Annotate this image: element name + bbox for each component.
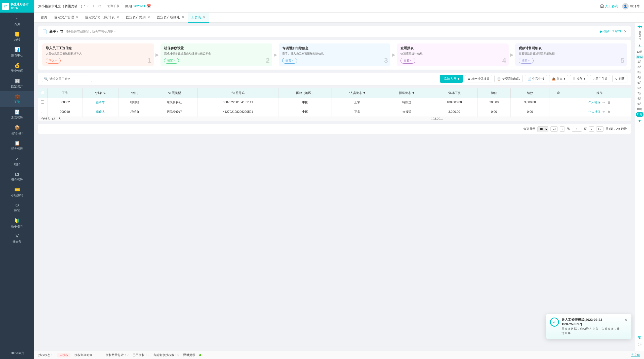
row-checkbox-cell[interactable]: [38, 98, 47, 107]
sidebar-item-inventory[interactable]: 📦 进销台账: [0, 122, 34, 138]
panel-icon-1[interactable]: ⊕: [638, 334, 641, 340]
guide-close-btn[interactable]: ✕: [624, 29, 627, 33]
tab-payroll[interactable]: 工资表 ✕: [188, 13, 209, 23]
sidebar-item-home[interactable]: ⌂ 首页: [0, 14, 34, 29]
sidebar-item-invoices[interactable]: 🧾 发票管理: [0, 107, 34, 122]
toast-close-btn[interactable]: ✕: [624, 318, 627, 322]
social-insurance-btn[interactable]: ⚙ 统一社保设置: [465, 75, 492, 82]
special-deduction-btn[interactable]: 📋 专项附加扣除: [494, 75, 523, 82]
next-year-btn[interactable]: ▼: [638, 119, 641, 123]
cancel-fixed-btn[interactable]: ◀取消固定: [0, 349, 34, 357]
month-4[interactable]: 4月: [636, 75, 643, 80]
row-name[interactable]: 李俊杰: [82, 107, 118, 117]
sidebar-item-assets[interactable]: 🏢 固定资产: [0, 76, 34, 91]
filter-send-icon[interactable]: ▼: [412, 91, 415, 95]
row-checkbox[interactable]: [41, 100, 44, 104]
page-input[interactable]: [572, 127, 582, 132]
guide-banner-subtitle: 5步快速完成设置，快去完善信息吧～: [66, 30, 116, 33]
tab-home[interactable]: 首页: [37, 13, 51, 23]
filter-status-icon[interactable]: ▼: [363, 91, 366, 95]
calendar-icon[interactable]: 📅: [147, 4, 151, 8]
tab-payroll-close-icon[interactable]: ✕: [203, 16, 205, 19]
row-delete-icon[interactable]: 🗑: [607, 110, 611, 114]
month-9[interactable]: 9月: [636, 101, 643, 107]
switch-version-button[interactable]: 切到旧版: [105, 3, 122, 9]
tax-report-btn[interactable]: 📄 个税申报: [525, 75, 547, 82]
total-dash-1: --: [82, 117, 118, 121]
select-all-header[interactable]: [38, 88, 47, 98]
charge-link[interactable]: 去充值: [631, 353, 640, 357]
sidebar-item-member[interactable]: V 畅会员: [0, 231, 34, 246]
sidebar-item-ledger[interactable]: 📒 总账: [0, 29, 34, 44]
add-account-icon[interactable]: ＋: [92, 4, 96, 9]
newbie-guide-btn[interactable]: ? 新手引导: [590, 75, 610, 82]
row-nationality: 中国: [278, 107, 332, 117]
step-5-btn[interactable]: 查看＞: [519, 58, 534, 64]
last-page-btn[interactable]: ⏭: [596, 126, 603, 132]
sidebar-item-payroll[interactable]: 💼 工资: [0, 91, 34, 107]
row-delete-icon[interactable]: 🗑: [607, 100, 611, 104]
row-social-link[interactable]: 个人社保: [588, 100, 600, 105]
tab-category[interactable]: 固定资产类别 ✕: [123, 13, 153, 23]
prev-year-btn[interactable]: ▲: [638, 43, 641, 47]
sidebar-item-reports[interactable]: 📊 报表中心: [0, 44, 34, 60]
tab-depreciation-close-icon[interactable]: ✕: [117, 16, 119, 19]
sidebar-item-settings[interactable]: ⚙ 设置: [0, 200, 34, 216]
sidebar-item-expense[interactable]: 💳 小畅报销: [0, 184, 34, 200]
row-edit-icon[interactable]: ✏: [602, 110, 605, 114]
search-box[interactable]: 🔍: [42, 76, 92, 82]
prev-page-btn[interactable]: ‹: [560, 126, 565, 132]
first-page-btn[interactable]: ⏮: [550, 126, 558, 132]
sidebar-item-home-label: 首页: [14, 22, 20, 26]
month-11[interactable]: 11月: [636, 112, 643, 117]
per-page-select[interactable]: 10 20 50: [537, 126, 548, 132]
month-6[interactable]: 6月: [636, 85, 643, 91]
toast-success-icon: ✓: [550, 318, 559, 327]
step-2-btn[interactable]: 设置＞: [164, 58, 179, 64]
video-link[interactable]: ▶ 视频: [600, 29, 609, 33]
sidebar-item-archive[interactable]: 🗂 归档管理: [0, 169, 34, 184]
month-1[interactable]: 1月: [636, 59, 643, 64]
row-name[interactable]: 徐泽华: [82, 98, 118, 107]
month-3[interactable]: 3月: [636, 70, 643, 75]
search-input[interactable]: [50, 77, 90, 81]
panel-icon-2[interactable]: ◎: [638, 341, 642, 347]
sidebar-item-tax[interactable]: 📋 税务管理: [0, 138, 34, 153]
month-5[interactable]: 5月: [636, 80, 643, 85]
row-social-link[interactable]: 个人社保: [588, 110, 600, 114]
export-btn[interactable]: 📤 导出 ▾: [549, 75, 568, 82]
month-10[interactable]: 10月: [636, 107, 643, 112]
row-checkbox-cell[interactable]: [38, 107, 47, 117]
settings-icon[interactable]: ⚙: [98, 4, 102, 9]
tab-assets-close-icon[interactable]: ✕: [76, 16, 78, 19]
month-8[interactable]: 8月: [636, 96, 643, 101]
expand-panel-btn[interactable]: ◀◀: [637, 25, 642, 28]
next-page-btn[interactable]: ›: [589, 126, 594, 132]
account-selector[interactable]: 刘小艳演示账套（勿删勿动！）1 ▾: [38, 4, 89, 9]
sidebar-item-funds[interactable]: 💰 资金管理: [0, 60, 34, 76]
service-btn[interactable]: 🎧 人工咨询: [600, 4, 618, 9]
sort-icon[interactable]: ⇅: [103, 91, 106, 95]
tab-assets[interactable]: 固定资产管理 ✕: [51, 13, 82, 23]
tab-depreciation[interactable]: 固定资产折旧统计表 ✕: [82, 13, 123, 23]
tab-category-close-icon[interactable]: ✕: [148, 16, 150, 19]
sidebar-item-guide[interactable]: 🔰 新手引导: [0, 216, 34, 231]
row-emp-id: 000010: [47, 107, 82, 117]
sidebar-item-close[interactable]: ✓ 结账: [0, 153, 34, 169]
add-person-button[interactable]: 添加人员 ▾: [440, 75, 463, 83]
refresh-btn[interactable]: ↻ 刷新: [612, 75, 627, 82]
step-3-btn[interactable]: 查看＞: [282, 58, 297, 64]
month-7[interactable]: 7月: [636, 91, 643, 96]
row-edit-icon[interactable]: ✏: [602, 100, 605, 104]
operation-btn[interactable]: ☰ 操作 ▾: [570, 75, 588, 82]
tab-detail-close-icon[interactable]: ✕: [182, 16, 184, 19]
sidebar-item-invoices-label: 发票管理: [11, 116, 23, 120]
month-2[interactable]: 2月: [636, 64, 643, 70]
help-link[interactable]: ? 帮助: [612, 29, 621, 33]
month-12[interactable]: 12月: [636, 49, 643, 55]
step-1-btn[interactable]: 导入＞: [46, 58, 61, 64]
row-checkbox[interactable]: [41, 110, 44, 113]
step-4-btn[interactable]: 查看＞: [400, 58, 415, 64]
tab-detail[interactable]: 固定资产明细账 ✕: [153, 13, 188, 23]
select-all-checkbox[interactable]: [41, 91, 44, 94]
